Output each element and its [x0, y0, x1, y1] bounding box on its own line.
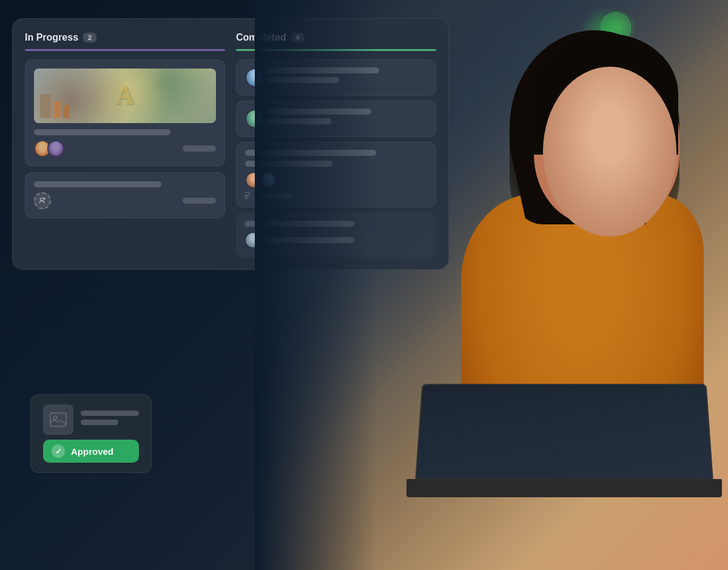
card-tag-1 [183, 146, 216, 152]
card-bar-1 [34, 129, 170, 135]
text-line-1 [81, 411, 139, 416]
kanban-panel: In Progress 2 A [12, 18, 449, 270]
add-user-button[interactable] [34, 192, 51, 209]
approved-label: Approved [71, 446, 113, 457]
text-line-2 [81, 420, 118, 425]
avatar-2 [47, 140, 64, 157]
in-progress-header: In Progress 2 [25, 32, 225, 43]
svg-rect-5 [50, 413, 66, 426]
card-in-progress-1[interactable]: A [25, 59, 225, 166]
check-icon: ✓ [52, 444, 65, 458]
in-progress-badge: 2 [83, 33, 96, 42]
card-tag-2 [183, 198, 216, 204]
svg-point-0 [41, 198, 44, 201]
column-in-progress: In Progress 2 A [25, 32, 225, 257]
svg-point-6 [53, 416, 57, 420]
card-bar-2 [34, 181, 161, 187]
image-thumbnail [43, 404, 73, 435]
svg-rect-4 [246, 196, 248, 199]
approved-text-lines [81, 411, 139, 429]
in-progress-divider [25, 49, 225, 51]
card-in-progress-2[interactable] [25, 172, 225, 218]
card-image: A [34, 69, 216, 123]
svg-rect-3 [246, 193, 250, 196]
in-progress-title: In Progress [25, 32, 78, 43]
approved-badge: ✓ Approved [30, 394, 152, 473]
approved-status-badge: ✓ Approved [43, 440, 139, 463]
background-photo [255, 0, 728, 570]
